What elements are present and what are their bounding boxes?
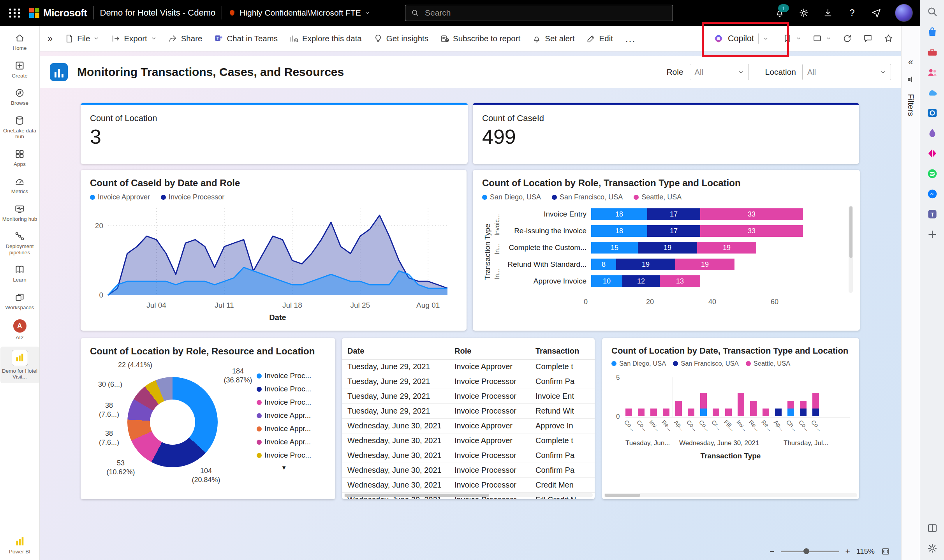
column[interactable] — [763, 409, 769, 416]
donut-chart[interactable] — [127, 377, 218, 467]
sidebar-item-apps[interactable]: Apps — [0, 146, 39, 171]
column[interactable] — [812, 393, 819, 416]
music-icon[interactable] — [925, 167, 939, 181]
table-visual[interactable]: Date Role Transaction Tuesday, June 29, … — [342, 338, 595, 499]
app-launcher-icon[interactable] — [7, 6, 23, 20]
sidebar-item-create[interactable]: Create — [0, 57, 39, 82]
shopping-icon[interactable] — [925, 25, 939, 39]
bar-segment[interactable]: 18 — [591, 225, 647, 237]
sidebar-item-learn[interactable]: Learn — [0, 261, 39, 286]
global-search-box[interactable] — [405, 5, 673, 21]
legend-item[interactable]: San Francisco, USA — [673, 360, 739, 367]
export-menu-button[interactable]: Export — [111, 34, 156, 43]
stacked-bar-chart-visual[interactable]: Count of Location by Role, Transaction T… — [473, 170, 860, 331]
people-icon[interactable] — [925, 65, 939, 79]
legend-more-icon[interactable]: ▼ — [257, 464, 311, 471]
column-segment[interactable] — [775, 409, 782, 416]
legend-item[interactable]: San Diego, USA — [482, 193, 541, 201]
legend-item[interactable]: Invoice Proc... — [257, 385, 311, 393]
bar-segment[interactable]: 33 — [700, 225, 803, 237]
explore-data-button[interactable]: Explore this data — [289, 34, 362, 43]
designer-icon[interactable] — [925, 146, 939, 160]
favorite-star-icon[interactable] — [884, 33, 893, 43]
cloud-icon[interactable] — [925, 86, 939, 100]
zoom-slider[interactable] — [781, 551, 839, 552]
legend-item[interactable]: San Francisco, USA — [552, 193, 623, 201]
column-segment[interactable] — [787, 409, 794, 416]
table-row[interactable]: Tuesday, June 29, 2021Invoice ProcessorI… — [342, 389, 595, 404]
role-filter-dropdown[interactable]: All — [690, 64, 749, 80]
column-segment[interactable] — [700, 409, 707, 416]
scrollbar-thumb[interactable] — [849, 206, 852, 258]
comments-icon[interactable] — [863, 33, 873, 43]
outlook-icon[interactable] — [925, 106, 939, 120]
tools-icon[interactable] — [925, 45, 939, 59]
table-row[interactable]: Tuesday, June 29, 2021Invoice ProcessorC… — [342, 374, 595, 389]
bar-segment[interactable]: 19 — [616, 259, 675, 270]
bar-segment[interactable]: 18 — [591, 208, 647, 220]
sidebar-item-deployment-pipelines[interactable]: Deployment pipelines — [0, 228, 39, 259]
share-button[interactable]: Share — [168, 34, 203, 43]
search-input[interactable] — [424, 8, 667, 18]
column[interactable] — [800, 401, 807, 416]
horizontal-scrollbar[interactable] — [344, 493, 593, 497]
legend-item[interactable]: Seattle, USA — [634, 193, 682, 201]
view-options-button[interactable] — [812, 33, 831, 43]
add-app-icon[interactable] — [925, 227, 939, 241]
column[interactable] — [787, 401, 794, 416]
column-segment[interactable] — [663, 409, 669, 416]
download-button[interactable] — [822, 7, 833, 18]
legend-item[interactable]: San Diego, USA — [611, 360, 666, 367]
kpi-card-count-of-caseid[interactable]: Count of CaseId 499 — [473, 103, 859, 164]
column[interactable] — [675, 401, 682, 416]
split-screen-icon[interactable] — [925, 521, 939, 535]
scrollbar-thumb[interactable] — [345, 494, 489, 497]
bar-segment[interactable]: 15 — [591, 242, 638, 254]
pane-toggle-icon[interactable] — [907, 75, 915, 84]
column-segment[interactable] — [800, 409, 807, 416]
bar-segment[interactable]: 12 — [622, 275, 660, 287]
column-segment[interactable] — [787, 401, 794, 409]
column-segment[interactable] — [738, 393, 744, 416]
bar-segment[interactable]: 19 — [638, 242, 697, 254]
bookmarks-button[interactable] — [782, 33, 801, 43]
legend-item[interactable]: Seattle, USA — [746, 360, 790, 367]
column[interactable] — [700, 393, 707, 416]
sidebar-item-home[interactable]: Home — [0, 30, 39, 55]
legend-item[interactable]: Invoice Appr... — [257, 411, 311, 420]
more-options-icon[interactable]: … — [625, 37, 636, 41]
refresh-icon[interactable] — [842, 33, 852, 43]
bar-segment[interactable]: 19 — [697, 242, 756, 254]
bar-segment[interactable]: 33 — [700, 208, 803, 220]
column[interactable] — [625, 409, 632, 416]
column[interactable] — [688, 409, 694, 416]
drop-icon[interactable] — [925, 126, 939, 140]
legend-item[interactable]: Invoice Appr... — [257, 424, 311, 433]
fit-to-page-icon[interactable] — [881, 547, 890, 556]
column[interactable] — [650, 409, 657, 416]
location-filter-dropdown[interactable]: All — [802, 64, 891, 80]
table-row[interactable]: Tuesday, June 29, 2021Invoice ApproverCo… — [342, 359, 595, 374]
area-chart-plot[interactable]: 020Jul 04Jul 11Jul 18Jul 25Aug 01Date — [90, 204, 456, 322]
column[interactable] — [638, 409, 645, 416]
vertical-scrollbar[interactable] — [849, 206, 853, 293]
column-segment[interactable] — [625, 409, 632, 416]
donut-chart-visual[interactable]: Count of Location by Role, Resource and … — [81, 338, 335, 499]
table-row[interactable]: Wednesday, June 30, 2021Invoice Approver… — [342, 433, 595, 448]
table-row[interactable]: Wednesday, June 30, 2021Invoice Processo… — [342, 463, 595, 478]
table-row[interactable]: Wednesday, June 30, 2021Invoice Processo… — [342, 448, 595, 463]
notifications-button[interactable]: 1 — [774, 7, 785, 18]
bar-segment[interactable]: 10 — [591, 275, 622, 287]
column-segment[interactable] — [688, 409, 694, 416]
sensitivity-label-button[interactable]: Highly Confidential\Microsoft FTE — [228, 8, 370, 18]
set-alert-button[interactable]: Set alert — [532, 34, 574, 43]
sidebar-item-workspaces[interactable]: Workspaces — [0, 289, 39, 314]
help-button[interactable]: ? — [847, 7, 858, 18]
zoom-slider-knob[interactable] — [803, 548, 809, 554]
file-menu-button[interactable]: File — [64, 34, 99, 43]
expand-nav-icon[interactable]: » — [48, 33, 53, 44]
sidebar-settings-icon[interactable] — [925, 541, 939, 555]
zoom-in-icon[interactable]: + — [845, 547, 850, 556]
column[interactable] — [725, 409, 732, 416]
column[interactable] — [738, 393, 744, 416]
